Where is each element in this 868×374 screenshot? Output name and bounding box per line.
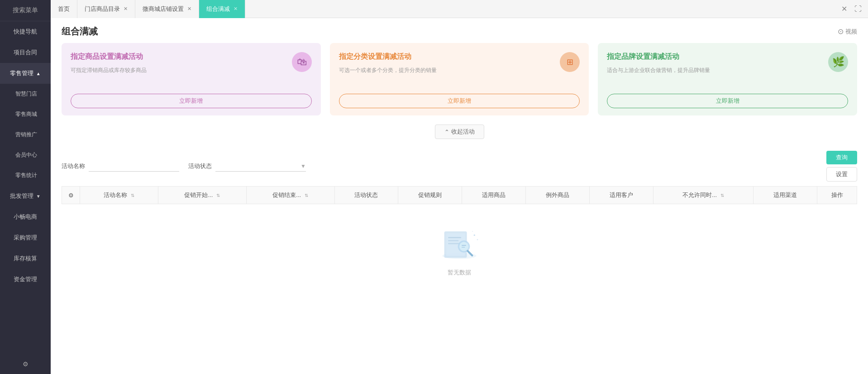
brand-card-title: 指定品牌设置满减活动 [607, 52, 848, 62]
setting-button[interactable]: 设置 [826, 167, 857, 182]
svg-rect-3 [448, 237, 461, 239]
category-card-title: 指定分类设置满减活动 [339, 52, 580, 62]
table-col-exception-goods: 例外商品 [526, 187, 590, 204]
data-table: ⚙ 活动名称 ⇅ 促销开始... ⇅ 促销结束... ⇅ [62, 186, 857, 286]
sidebar-item-marketing[interactable]: 营销推广 [0, 125, 51, 145]
sidebar-item-purchase-mgmt[interactable]: 采购管理 [0, 227, 51, 248]
tab-bar-actions: ✕ ⛶ [839, 3, 868, 15]
page-title: 组合满减 [62, 25, 98, 38]
sort-icon-concurrent[interactable]: ⇅ [720, 193, 724, 198]
tab-close-wechat-store[interactable]: ✕ [187, 6, 191, 12]
sidebar-settings[interactable]: ⚙ [0, 354, 51, 374]
tab-close-store-catalog[interactable]: ✕ [124, 6, 128, 12]
table-col-gear[interactable]: ⚙ [62, 187, 80, 204]
tab-bar: 首页 门店商品目录 ✕ 微商城店铺设置 ✕ 组合满减 ✕ ✕ ⛶ [51, 0, 868, 18]
wholesale-mgmt-arrow: ▼ [36, 194, 41, 199]
activity-card-product: 🛍 指定商品设置满减活动 可指定滞销商品或库存较多商品 立即新增 [62, 43, 321, 115]
sidebar-item-member-center[interactable]: 会员中心 [0, 145, 51, 165]
sidebar-item-smart-store[interactable]: 智慧门店 [0, 84, 51, 104]
svg-rect-10 [462, 247, 465, 248]
page-header: 组合满减 ⊙ 视频 [51, 18, 868, 43]
activity-status-select[interactable]: ▼ [215, 161, 306, 172]
table-body: 暂无数据 [62, 204, 857, 286]
activity-card-brand: 🌿 指定品牌设置满减活动 适合与上游企业联合做营销，提升品牌销量 立即新增 [598, 43, 857, 115]
activity-name-field: 活动名称 [62, 161, 179, 172]
sidebar-item-quick-nav[interactable]: 快捷导航 [0, 21, 51, 42]
svg-point-7 [459, 242, 468, 251]
gear-icon: ⚙ [68, 192, 74, 199]
play-circle-icon: ⊙ [838, 27, 844, 36]
brand-card-btn[interactable]: 立即新增 [607, 94, 848, 108]
page-content: 组合满减 ⊙ 视频 🛍 指定商品设置满减活动 可指定滞销商品或库存较多商品 立即… [51, 18, 868, 374]
sidebar-item-finance[interactable]: 资金管理 [0, 269, 51, 290]
gear-icon: ⚙ [23, 360, 29, 368]
empty-illustration [437, 222, 482, 263]
product-card-desc: 可指定滞销商品或库存较多商品 [71, 66, 312, 86]
table-col-promo-start: 促销开始... ⇅ [158, 187, 246, 204]
activity-status-field: 活动状态 ▼ [188, 161, 306, 172]
tab-close-combo-discount[interactable]: ✕ [234, 6, 238, 12]
table-header: ⚙ 活动名称 ⇅ 促销开始... ⇅ 促销结束... ⇅ [62, 187, 857, 204]
svg-point-12 [477, 239, 478, 240]
table-col-promo-rule: 促销规则 [398, 187, 462, 204]
sidebar-item-project-contract[interactable]: 项目合同 [0, 42, 51, 63]
category-card-btn[interactable]: 立即新增 [339, 94, 580, 108]
tab-wechat-store[interactable]: 微商城店铺设置 ✕ [135, 0, 199, 18]
search-bar: 活动名称 活动状态 ▼ 查询 设置 [51, 146, 868, 186]
sidebar-item-retail-stats[interactable]: 零售统计 [0, 165, 51, 186]
table-col-activity-status: 活动状态 [334, 187, 398, 204]
category-card-desc: 可选一个或者多个分类，提升分类的销量 [339, 66, 580, 86]
product-card-title: 指定商品设置满减活动 [71, 52, 312, 62]
table-col-promo-end: 促销结束... ⇅ [246, 187, 334, 204]
sidebar-item-retail-mall[interactable]: 零售商城 [0, 104, 51, 125]
query-button[interactable]: 查询 [826, 151, 857, 164]
svg-point-11 [474, 235, 475, 236]
svg-rect-4 [448, 240, 458, 241]
svg-rect-9 [462, 245, 466, 246]
activity-card-category: ⊞ 指定分类设置满减活动 可选一个或者多个分类，提升分类的销量 立即新增 [330, 43, 589, 115]
tab-home[interactable]: 首页 [51, 0, 77, 18]
sort-icon-promo-end[interactable]: ⇅ [305, 193, 308, 198]
collapse-activities-btn[interactable]: ⌃ 收起活动 [435, 125, 484, 139]
product-card-btn[interactable]: 立即新增 [71, 94, 312, 108]
activity-status-label: 活动状态 [188, 162, 212, 170]
sort-icon-activity-name[interactable]: ⇅ [131, 193, 134, 198]
expand-window-icon[interactable]: ⛶ [853, 3, 863, 15]
table-col-applicable-customer: 适用客户 [589, 187, 653, 204]
activity-cards: 🛍 指定商品设置满减活动 可指定滞销商品或库存较多商品 立即新增 ⊞ 指定分类设… [51, 43, 868, 125]
tab-store-catalog[interactable]: 门店商品目录 ✕ [77, 0, 135, 18]
video-link[interactable]: ⊙ 视频 [838, 27, 857, 36]
svg-point-13 [472, 231, 473, 232]
sidebar-item-xiaocan[interactable]: 小畅电商 [0, 206, 51, 227]
brand-card-desc: 适合与上游企业联合做营销，提升品牌销量 [607, 66, 848, 86]
sidebar-item-retail-mgmt[interactable]: 零售管理 ▲ [0, 63, 51, 84]
collapse-bar: ⌃ 收起活动 [62, 125, 857, 139]
table-col-not-allow-concurrent: 不允许同时... ⇅ [653, 187, 753, 204]
table-col-applicable-channel: 适用渠道 [754, 187, 817, 204]
table-col-applicable-goods: 适用商品 [462, 187, 526, 204]
chevron-down-icon: ▼ [300, 163, 306, 169]
empty-state: 暂无数据 [62, 204, 857, 286]
brand-card-icon: 🌿 [828, 52, 848, 72]
table-col-activity-name: 活动名称 ⇅ [80, 187, 158, 204]
product-card-icon: 🛍 [292, 52, 312, 72]
activity-name-input[interactable] [89, 161, 179, 172]
sidebar-search[interactable]: 搜索菜单 [0, 0, 51, 21]
main-area: 首页 门店商品目录 ✕ 微商城店铺设置 ✕ 组合满减 ✕ ✕ ⛶ 组合满减 ⊙ … [51, 0, 868, 374]
table-col-operation: 操作 [817, 187, 857, 204]
activity-name-label: 活动名称 [62, 162, 85, 170]
table-wrapper: ⚙ 活动名称 ⇅ 促销开始... ⇅ 促销结束... ⇅ [51, 186, 868, 286]
empty-text: 暂无数据 [448, 269, 471, 277]
retail-mgmt-arrow: ▲ [36, 71, 41, 76]
chevron-up-icon: ⌃ [444, 129, 449, 135]
sidebar: 搜索菜单 快捷导航 项目合同 零售管理 ▲ 智慧门店 零售商城 营销推广 会员中… [0, 0, 51, 374]
sort-icon-promo-start[interactable]: ⇅ [216, 193, 220, 198]
tab-combo-discount[interactable]: 组合满减 ✕ [199, 0, 245, 18]
sidebar-item-wholesale-mgmt[interactable]: 批发管理 ▼ [0, 186, 51, 206]
close-window-icon[interactable]: ✕ [839, 3, 849, 15]
svg-rect-5 [448, 243, 460, 245]
sidebar-item-inventory[interactable]: 库存核算 [0, 248, 51, 269]
search-buttons: 查询 设置 [826, 151, 857, 182]
